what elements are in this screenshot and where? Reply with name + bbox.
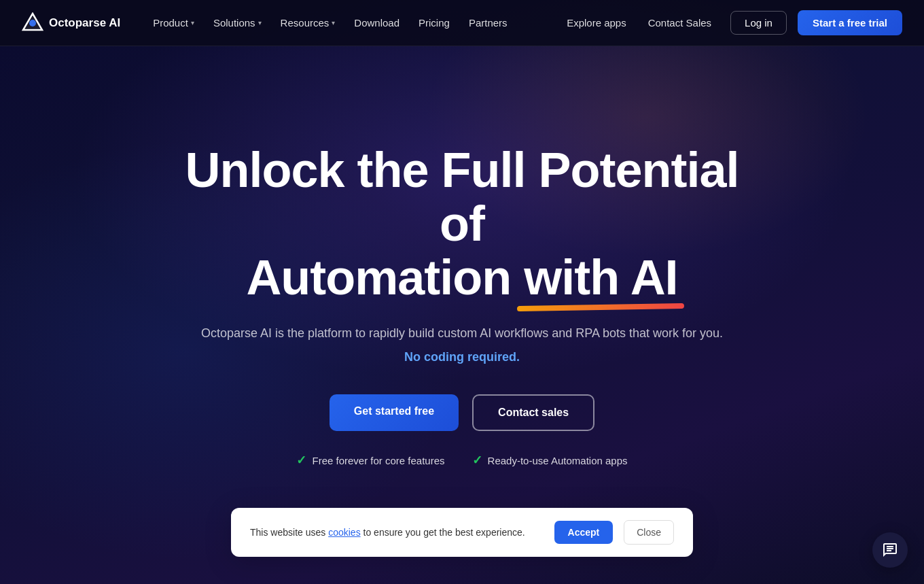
start-trial-button[interactable]: Start a free trial <box>798 10 902 35</box>
chevron-down-icon: ▾ <box>332 19 335 27</box>
contact-sales-button[interactable]: Contact sales <box>472 394 594 431</box>
accept-button[interactable]: Accept <box>554 521 614 544</box>
hero-title-highlight: with AI <box>524 251 677 305</box>
nav-pricing[interactable]: Pricing <box>410 12 458 34</box>
hero-content: Unlock the Full Potential of Automation … <box>156 143 768 468</box>
hero-badges: ✓ Free forever for core features ✓ Ready… <box>156 453 768 468</box>
logo-text: Octoparse AI <box>49 16 120 30</box>
cookie-banner: This website uses cookies to ensure you … <box>231 508 693 557</box>
nav-links: Product ▾ Solutions ▾ Resources ▾ Downlo… <box>145 12 515 34</box>
nav-contact-sales[interactable]: Contact Sales <box>640 12 719 34</box>
hero-section: Unlock the Full Potential of Automation … <box>0 0 924 584</box>
nav-download[interactable]: Download <box>346 12 408 34</box>
hero-title: Unlock the Full Potential of Automation … <box>156 143 768 305</box>
badge-automation: ✓ Ready-to-use Automation apps <box>472 453 628 468</box>
chevron-down-icon: ▾ <box>191 19 194 27</box>
cookie-text: This website uses cookies to ensure you … <box>250 527 544 538</box>
logo-icon <box>22 12 43 34</box>
nav-right: Explore apps Contact Sales Log in Start … <box>558 10 902 35</box>
hero-subtitle-bold: No coding required. <box>156 350 768 364</box>
nav-left: Octoparse AI Product ▾ Solutions ▾ Resou… <box>22 12 516 34</box>
logo[interactable]: Octoparse AI <box>22 12 120 34</box>
hero-buttons: Get started free Contact sales <box>156 394 768 431</box>
badge-free: ✓ Free forever for core features <box>296 453 444 468</box>
close-button[interactable]: Close <box>624 520 674 545</box>
nav-partners[interactable]: Partners <box>461 12 516 34</box>
hero-subtitle: Octoparse AI is the platform to rapidly … <box>156 324 768 343</box>
navigation: Octoparse AI Product ▾ Solutions ▾ Resou… <box>0 0 924 46</box>
login-button[interactable]: Log in <box>730 11 787 35</box>
nav-product[interactable]: Product ▾ <box>145 12 202 34</box>
nav-resources[interactable]: Resources ▾ <box>272 12 344 34</box>
get-started-button[interactable]: Get started free <box>330 394 459 431</box>
check-icon: ✓ <box>472 453 482 468</box>
nav-solutions[interactable]: Solutions ▾ <box>205 12 270 34</box>
nav-explore-apps[interactable]: Explore apps <box>558 12 635 34</box>
nav-right-links: Explore apps Contact Sales <box>558 12 719 34</box>
chevron-down-icon: ▾ <box>258 19 262 27</box>
cookie-link[interactable]: cookies <box>328 527 360 538</box>
chat-icon <box>882 542 898 558</box>
check-icon: ✓ <box>296 453 306 468</box>
chat-button[interactable] <box>872 532 908 568</box>
